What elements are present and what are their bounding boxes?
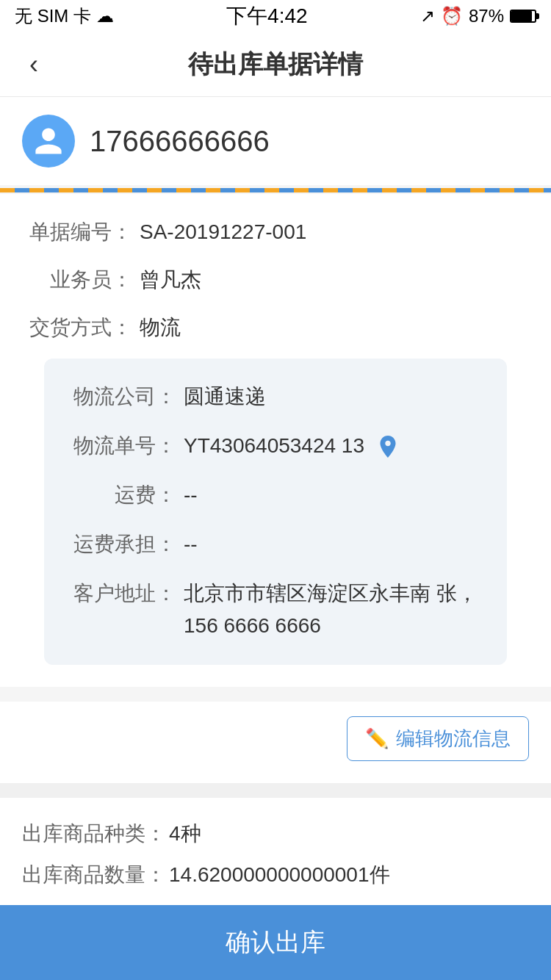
customer-address-value: 北京市市辖区海淀区永丰南 张，156 6666 6666 [184, 577, 485, 644]
dashed-divider [0, 188, 551, 192]
salesman-label: 业务员： [22, 264, 140, 297]
category-row: 出库商品种类： 4种 [22, 820, 529, 848]
sim-status: 无 SIM 卡 ☁ [15, 4, 114, 28]
logistics-tracking-value: YT43064053424 13 [184, 430, 485, 463]
logistics-tracking-row: 物流单号： YT43064053424 13 [66, 430, 485, 463]
order-number-label: 单据编号： [22, 216, 140, 249]
battery-icon [510, 10, 536, 23]
location-status-icon: ↗ [420, 6, 435, 26]
freight-value: -- [184, 479, 485, 512]
alarm-icon: ⏰ [441, 6, 463, 26]
order-number-value: SA-20191227-001 [140, 216, 529, 249]
logistics-tracking-label: 物流单号： [66, 430, 184, 463]
edit-icon: ✏️ [365, 727, 389, 750]
map-pin-icon[interactable] [375, 433, 401, 460]
delivery-label: 交货方式： [22, 311, 140, 345]
gray-divider [0, 783, 551, 798]
freight-bearer-value: -- [184, 528, 485, 561]
avatar [22, 115, 75, 167]
back-button[interactable]: ‹ [22, 42, 46, 87]
customer-address-row: 客户地址： 北京市市辖区海淀区永丰南 张，156 6666 6666 [66, 577, 485, 644]
status-left: 无 SIM 卡 ☁ [15, 4, 114, 28]
edit-logistics-button[interactable]: ✏️ 编辑物流信息 [347, 716, 529, 761]
confirm-btn-wrap: 确认出库 [0, 905, 551, 980]
quantity-label: 出库商品数量： [22, 861, 169, 889]
logistics-card: 物流公司： 圆通速递 物流单号： YT43064053424 13 运费： --… [44, 359, 507, 665]
logistics-company-row: 物流公司： 圆通速递 [66, 381, 485, 414]
order-info-section: 单据编号： SA-20191227-001 业务员： 曾凡杰 交货方式： 物流 … [0, 194, 551, 687]
user-icon [32, 125, 65, 157]
status-time: 下午4:42 [226, 2, 308, 30]
summary-section: 出库商品种类： 4种 出库商品数量： 14.620000000000001件 [0, 798, 551, 911]
edit-btn-row: ✏️ 编辑物流信息 [0, 702, 551, 783]
category-label: 出库商品种类： [22, 820, 169, 848]
salesman-value: 曾凡杰 [140, 264, 529, 297]
nav-bar: ‹ 待出库单据详情 [0, 32, 551, 97]
freight-bearer-label: 运费承担： [66, 528, 184, 561]
page-title: 待出库单据详情 [188, 48, 363, 82]
status-bar: 无 SIM 卡 ☁ 下午4:42 ↗ ⏰ 87% [0, 0, 551, 32]
freight-row: 运费： -- [66, 479, 485, 512]
logistics-company-value: 圆通速递 [184, 381, 485, 414]
delivery-row: 交货方式： 物流 [22, 311, 529, 345]
user-phone: 17666666666 [90, 125, 270, 158]
category-value: 4种 [169, 820, 201, 848]
battery-level: 87% [469, 6, 504, 26]
delivery-value: 物流 [140, 311, 529, 345]
order-number-row: 单据编号： SA-20191227-001 [22, 216, 529, 249]
freight-label: 运费： [66, 479, 184, 512]
customer-address-label: 客户地址： [66, 577, 184, 610]
user-header: 17666666666 [0, 97, 551, 185]
status-right: ↗ ⏰ 87% [420, 6, 536, 26]
salesman-row: 业务员： 曾凡杰 [22, 264, 529, 297]
freight-bearer-row: 运费承担： -- [66, 528, 485, 561]
edit-logistics-label: 编辑物流信息 [396, 726, 511, 752]
logistics-company-label: 物流公司： [66, 381, 184, 414]
confirm-outbound-button[interactable]: 确认出库 [22, 926, 529, 959]
quantity-value: 14.620000000000001件 [169, 861, 390, 889]
quantity-row: 出库商品数量： 14.620000000000001件 [22, 861, 529, 889]
